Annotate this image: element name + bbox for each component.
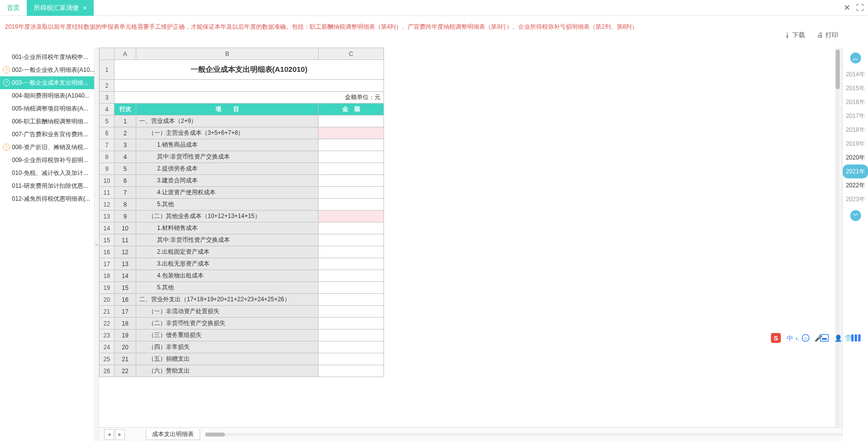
- page-tabs: 首页 所得税汇算清缴 × ✕ ⛶: [0, 0, 868, 16]
- download-icon: ⭳: [784, 31, 791, 35]
- print-button[interactable]: 🖨 打印: [817, 31, 838, 35]
- download-button[interactable]: ⭳ 下载: [784, 31, 806, 35]
- warning-text: 2019年度涉及取以前年度结转数据的申报表单元格需要手工维护正确，才能保证本年及…: [0, 16, 868, 35]
- tab-home[interactable]: 首页: [0, 0, 27, 16]
- close-icon[interactable]: ×: [83, 4, 87, 12]
- tab-income-tax[interactable]: 所得税汇算清缴 ×: [27, 0, 94, 16]
- fullscreen-icon[interactable]: ⛶: [856, 3, 864, 12]
- print-icon: 🖨: [817, 31, 823, 35]
- toolbar: ⭳ 下载 🖨 打印: [784, 31, 838, 35]
- tab-label: 所得税汇算清缴: [34, 3, 79, 12]
- window-close-icon[interactable]: ✕: [844, 3, 850, 12]
